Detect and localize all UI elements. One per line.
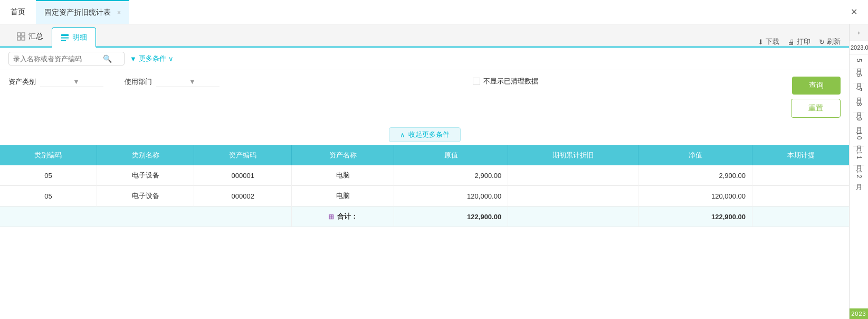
th-accumulated-depreciation: 期初累计折旧 xyxy=(508,145,638,165)
th-asset-name: 资产名称 xyxy=(292,145,394,165)
td-orig-val-0: 2,900.00 xyxy=(394,165,508,186)
sidebar-date[interactable]: 2023.01 xyxy=(850,41,868,54)
svg-rect-0 xyxy=(17,33,21,36)
search-bar: 🔍 ▼ 更多条件 ∨ xyxy=(0,48,849,70)
sidebar-month-item[interactable]: 8月 xyxy=(853,98,864,113)
refresh-label: 刷新 xyxy=(827,37,841,46)
td-cat-code-1: 05 xyxy=(0,186,97,207)
nav-home[interactable]: 首页 xyxy=(0,0,36,24)
svg-rect-5 xyxy=(61,37,69,37)
right-sidebar: › 2023.01 5月6月7月8月9月10月11月12月 2023 xyxy=(849,24,868,319)
th-category-code: 类别编码 xyxy=(0,145,97,165)
th-category-name: 类别名称 xyxy=(97,145,194,165)
svg-rect-1 xyxy=(22,33,25,36)
collapse-label: 收起更多条件 xyxy=(408,130,450,139)
td-accum-dep-1 xyxy=(508,186,638,207)
department-arrow: ▼ xyxy=(189,78,217,86)
top-nav: 首页 固定资产折旧统计表 × ✕ xyxy=(0,0,868,24)
svg-rect-7 xyxy=(61,40,66,41)
collapse-bar: ∧ 收起更多条件 xyxy=(0,124,849,145)
data-table: 类别编码 类别名称 资产编码 资产名称 原值 期初累计折旧 净值 本期计提 05… xyxy=(0,145,849,227)
sidebar-month-item[interactable]: 9月 xyxy=(853,113,864,128)
asset-category-group: 资产类别 ▼ xyxy=(8,77,103,87)
tab-summary-label: 汇总 xyxy=(28,32,43,41)
sidebar-month-item[interactable]: 5月 xyxy=(853,54,864,69)
window-close-btn[interactable]: ✕ xyxy=(840,7,868,17)
asset-category-label: 资产类别 xyxy=(8,77,36,87)
sidebar-year-badge[interactable]: 2023 xyxy=(850,308,868,319)
table-row: 05 电子设备 000002 电脑 120,000.00 120,000.00 xyxy=(0,186,849,207)
td-asset-code-1: 000002 xyxy=(194,186,292,207)
td-cat-name-0: 电子设备 xyxy=(97,165,194,186)
left-panel: 汇总 明细 ⬇ 下载 xyxy=(0,24,849,319)
hide-cleared-checkbox[interactable] xyxy=(473,78,480,85)
tab-summary[interactable]: 汇总 xyxy=(8,26,52,46)
btn-area: 查询 重置 xyxy=(791,77,841,118)
sidebar-month-item[interactable]: 10月 xyxy=(853,127,864,146)
td-curr-dep-1 xyxy=(752,186,849,207)
download-btn[interactable]: ⬇ 下载 xyxy=(758,37,779,46)
tab-title: 固定资产折旧统计表 xyxy=(44,8,111,17)
svg-rect-2 xyxy=(17,37,21,40)
filter-icon: ▼ xyxy=(130,55,137,63)
total-accum-dep xyxy=(508,207,638,227)
sidebar-month-item[interactable]: 6月 xyxy=(853,69,864,84)
tab-detail-label: 明细 xyxy=(72,33,87,42)
main-content: 汇总 明细 ⬇ 下载 xyxy=(0,24,868,319)
chevron-down-icon: ∨ xyxy=(168,55,174,63)
sidebar-month-item[interactable]: 11月 xyxy=(853,147,864,166)
summary-icon xyxy=(17,32,25,41)
sidebar-month-item[interactable]: 12月 xyxy=(853,166,864,185)
total-icon: ⊞ xyxy=(328,213,334,221)
print-btn[interactable]: 🖨 打印 xyxy=(788,37,810,46)
sidebar-expand-btn[interactable]: › xyxy=(850,24,868,41)
table-header-row: 类别编码 类别名称 资产编码 资产名称 原值 期初累计折旧 净值 本期计提 xyxy=(0,145,849,165)
download-label: 下载 xyxy=(766,37,779,46)
print-label: 打印 xyxy=(797,37,810,46)
query-btn[interactable]: 查询 xyxy=(792,77,841,95)
print-icon: 🖨 xyxy=(788,38,795,46)
more-conditions-label: 更多条件 xyxy=(139,54,166,63)
search-input-wrap: 🔍 xyxy=(8,52,125,65)
td-cat-code-0: 05 xyxy=(0,165,97,186)
hide-cleared-group: 不显示已清理数据 xyxy=(473,77,538,86)
table-total-row: ⊞ 合计： 122,900.00 122,900.00 xyxy=(0,207,849,227)
asset-category-arrow: ▼ xyxy=(73,78,101,86)
more-conditions-btn[interactable]: ▼ 更多条件 ∨ xyxy=(130,54,174,63)
td-net-val-1: 120,000.00 xyxy=(638,186,752,207)
nav-tab-active[interactable]: 固定资产折旧统计表 × xyxy=(36,0,129,24)
refresh-btn[interactable]: ↻ 刷新 xyxy=(819,37,841,46)
td-curr-dep-0 xyxy=(752,165,849,186)
filter-area: 资产类别 ▼ 使用部门 ▼ 不显示已清理数据 查询 重置 xyxy=(0,70,849,124)
reset-btn[interactable]: 重置 xyxy=(791,99,841,118)
department-select[interactable]: ▼ xyxy=(156,77,220,87)
total-curr-dep xyxy=(752,207,849,227)
table-row: 05 电子设备 000001 电脑 2,900.00 2,900.00 xyxy=(0,165,849,186)
total-label-cell xyxy=(0,207,292,227)
th-net-value: 净值 xyxy=(638,145,752,165)
td-orig-val-1: 120,000.00 xyxy=(394,186,508,207)
total-text: 合计： xyxy=(337,212,358,221)
tab-close-btn[interactable]: × xyxy=(117,9,121,16)
td-cat-name-1: 电子设备 xyxy=(97,186,194,207)
collapse-btn[interactable]: ∧ 收起更多条件 xyxy=(389,127,461,142)
download-icon: ⬇ xyxy=(758,38,764,46)
total-orig-val: 122,900.00 xyxy=(394,207,508,227)
refresh-icon: ↻ xyxy=(819,38,825,46)
th-asset-code: 资产编码 xyxy=(194,145,292,165)
th-original-value: 原值 xyxy=(394,145,508,165)
department-group: 使用部门 ▼ xyxy=(125,77,220,87)
th-current-depreciation: 本期计提 xyxy=(752,145,849,165)
search-input[interactable] xyxy=(13,55,103,63)
svg-rect-6 xyxy=(61,39,69,39)
tabs-bar: 汇总 明细 ⬇ 下载 xyxy=(0,24,849,48)
tab-detail[interactable]: 明细 xyxy=(52,27,96,48)
total-net-val: 122,900.00 xyxy=(638,207,752,227)
table-wrap: 类别编码 类别名称 资产编码 资产名称 原值 期初累计折旧 净值 本期计提 05… xyxy=(0,145,849,319)
collapse-icon: ∧ xyxy=(400,131,405,139)
sidebar-months-container: 5月6月7月8月9月10月11月12月 xyxy=(853,54,864,185)
asset-category-select[interactable]: ▼ xyxy=(40,77,103,87)
td-asset-code-0: 000001 xyxy=(194,165,292,186)
search-icon[interactable]: 🔍 xyxy=(103,54,112,63)
sidebar-month-item[interactable]: 7月 xyxy=(853,83,864,98)
